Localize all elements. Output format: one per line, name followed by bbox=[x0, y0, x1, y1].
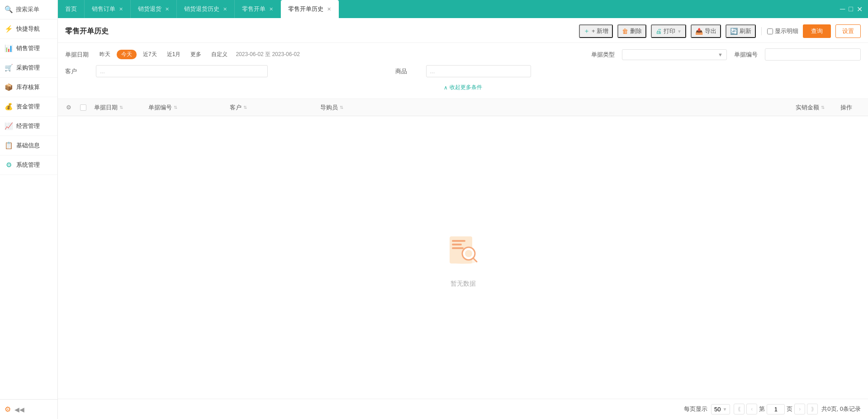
sidebar-item-label: 销售管理 bbox=[16, 44, 40, 52]
collapse-filter-btn[interactable]: ∧ 收起更多条件 bbox=[444, 84, 482, 91]
col-customer-label: 客户 bbox=[230, 104, 242, 112]
filter-doc-type-select[interactable]: ▼ bbox=[622, 49, 727, 60]
sidebar-item-system-mgmt[interactable]: ⚙ 系统管理 bbox=[0, 155, 57, 175]
page-last-btn[interactable]: ⟫ bbox=[807, 404, 818, 414]
filter-customer-input[interactable]: ... bbox=[96, 65, 268, 77]
select-all-checkbox[interactable] bbox=[80, 104, 86, 111]
svg-point-7 bbox=[465, 250, 472, 257]
tab-retail-history-close[interactable]: ✕ bbox=[327, 6, 331, 12]
col-header-guide[interactable]: 导购员 ⇅ bbox=[317, 104, 371, 112]
tab-sales-order[interactable]: 销售订单 ✕ bbox=[85, 0, 131, 18]
tab-sales-return-close[interactable]: ✕ bbox=[165, 6, 169, 12]
sidebar-item-sales-mgmt[interactable]: 📊 销售管理 bbox=[0, 39, 57, 58]
date-btn-yesterday[interactable]: 昨天 bbox=[96, 50, 114, 59]
date-btn-7days[interactable]: 近7天 bbox=[139, 50, 161, 59]
tab-sales-return-history-close[interactable]: ✕ bbox=[223, 6, 227, 12]
tab-bar-right: ─ □ ✕ bbox=[840, 5, 868, 14]
export-button[interactable]: 📤 导出 bbox=[691, 24, 721, 38]
tab-sales-order-close[interactable]: ✕ bbox=[119, 6, 123, 12]
tab-retail-open[interactable]: 零售开单 ✕ bbox=[235, 0, 281, 18]
col-header-amount[interactable]: 实销金额 ⇅ bbox=[783, 104, 828, 112]
filter-goods-input[interactable]: ... bbox=[426, 65, 531, 77]
sidebar-item-basic-info[interactable]: 📋 基础信息 bbox=[0, 136, 57, 155]
settings-icon[interactable]: ⚙ bbox=[5, 405, 11, 414]
svg-rect-2 bbox=[452, 240, 465, 242]
sidebar-search[interactable]: 🔍 搜索采单 bbox=[0, 0, 57, 19]
sidebar-item-finance[interactable]: 💰 资金管理 bbox=[0, 97, 57, 117]
pagination: 每页显示 50 ▼ ⟪ ‹ 第 1 页 › ⟫ 共0页, 0条记录 bbox=[58, 399, 868, 419]
print-label: 打印 bbox=[664, 27, 675, 35]
tab-sales-return-label: 销货退货 bbox=[138, 5, 161, 13]
query-button[interactable]: 查询 bbox=[803, 24, 831, 38]
tab-home-label: 首页 bbox=[65, 5, 77, 13]
date-btn-more[interactable]: 更多 bbox=[187, 50, 205, 59]
page-first-btn[interactable]: ⟪ bbox=[734, 404, 745, 414]
add-label: + 新增 bbox=[592, 27, 608, 35]
sort-amount-icon: ⇅ bbox=[821, 105, 825, 110]
col-action-label: 操作 bbox=[840, 104, 852, 112]
filter-doc-no-label: 单据编号 bbox=[734, 51, 761, 59]
date-btn-custom[interactable]: 自定义 bbox=[208, 50, 231, 59]
sidebar-item-inventory[interactable]: 📦 库存核算 bbox=[0, 78, 57, 97]
table-select-all[interactable] bbox=[76, 104, 90, 111]
quick-nav-icon: ⚡ bbox=[5, 25, 13, 33]
sort-customer-icon: ⇅ bbox=[243, 105, 247, 110]
col-header-no[interactable]: 单据编号 ⇅ bbox=[145, 104, 226, 112]
table-area: ⚙ 单据日期 ⇅ 单据编号 ⇅ 客户 ⇅ 导购员 ⇅ bbox=[58, 99, 868, 399]
tab-retail-open-label: 零售开单 bbox=[242, 5, 266, 13]
page-next-btn[interactable]: › bbox=[794, 404, 805, 414]
svg-rect-3 bbox=[452, 244, 462, 245]
display-detail-checkbox[interactable] bbox=[767, 28, 773, 34]
print-button[interactable]: 🖨 打印 ▼ bbox=[651, 24, 686, 38]
window-maximize-btn[interactable]: □ bbox=[849, 5, 853, 13]
empty-state: 暂无数据 bbox=[58, 116, 868, 399]
sidebar-item-label: 快捷导航 bbox=[16, 25, 40, 33]
col-date-label: 单据日期 bbox=[94, 104, 118, 112]
collapse-sidebar-icon[interactable]: ◀◀ bbox=[14, 406, 24, 413]
print-chevron: ▼ bbox=[677, 29, 682, 34]
display-detail-checkbox-wrap[interactable]: 显示明细 bbox=[767, 27, 798, 35]
sidebar-item-purchase-mgmt[interactable]: 🛒 采购管理 bbox=[0, 58, 57, 78]
refresh-button[interactable]: 🔄 刷新 bbox=[726, 24, 756, 38]
finance-icon: 💰 bbox=[5, 103, 13, 111]
empty-text: 暂无数据 bbox=[451, 280, 476, 288]
refresh-label: 刷新 bbox=[740, 27, 751, 35]
sidebar-item-operations[interactable]: 📈 经营管理 bbox=[0, 117, 57, 136]
sidebar-item-quick-nav[interactable]: ⚡ 快捷导航 bbox=[0, 19, 57, 39]
toolbar: ＋ + 新增 🗑 删除 🖨 打印 ▼ 📤 导出 🔄 bbox=[579, 24, 861, 38]
sales-mgmt-icon: 📊 bbox=[5, 44, 13, 52]
per-page-select[interactable]: 50 ▼ bbox=[711, 404, 730, 414]
page-word: 第 bbox=[759, 405, 765, 413]
pagination-nav: ⟪ ‹ 第 1 页 › ⟫ bbox=[734, 404, 818, 414]
filter-doc-no-input[interactable] bbox=[765, 48, 861, 61]
tab-home[interactable]: 首页 bbox=[58, 0, 85, 18]
sort-date-icon: ⇅ bbox=[119, 105, 123, 110]
date-btn-today[interactable]: 今天 bbox=[117, 50, 137, 59]
col-header-date[interactable]: 单据日期 ⇅ bbox=[90, 104, 145, 112]
tab-retail-history[interactable]: 零售开单历史 ✕ bbox=[281, 0, 339, 18]
sidebar: 🔍 搜索采单 ⚡ 快捷导航 📊 销售管理 🛒 采购管理 📦 库存核算 💰 资金管… bbox=[0, 0, 58, 419]
delete-button[interactable]: 🗑 删除 bbox=[617, 24, 646, 38]
add-button[interactable]: ＋ + 新增 bbox=[579, 24, 613, 38]
page-prev-btn[interactable]: ‹ bbox=[746, 404, 757, 414]
tab-sales-return[interactable]: 销货退货 ✕ bbox=[131, 0, 177, 18]
basic-info-icon: 📋 bbox=[5, 141, 13, 150]
col-guide-label: 导购员 bbox=[320, 104, 338, 112]
collapse-filter-label: 收起更多条件 bbox=[450, 84, 482, 91]
col-amount-label: 实销金额 bbox=[796, 104, 819, 112]
add-icon: ＋ bbox=[583, 27, 590, 35]
collapse-row: ∧ 收起更多条件 bbox=[65, 82, 861, 93]
page-number-input[interactable]: 1 bbox=[767, 404, 785, 414]
inventory-icon: 📦 bbox=[5, 83, 13, 91]
filter-customer-item: 客户 ... bbox=[65, 65, 388, 77]
tab-retail-open-close[interactable]: ✕ bbox=[269, 6, 273, 12]
col-header-customer[interactable]: 客户 ⇅ bbox=[226, 104, 317, 112]
window-minimize-btn[interactable]: ─ bbox=[840, 5, 845, 13]
tab-sales-return-history[interactable]: 销货退货历史 ✕ bbox=[177, 0, 235, 18]
settings-button[interactable]: 设置 bbox=[835, 24, 861, 38]
date-btn-1month[interactable]: 近1月 bbox=[163, 50, 185, 59]
table-settings-icon[interactable]: ⚙ bbox=[62, 104, 76, 111]
filter-row-2: 客户 ... 商品 ... bbox=[65, 65, 861, 77]
window-close-btn[interactable]: ✕ bbox=[857, 5, 863, 14]
page-header: 零售开单历史 ＋ + 新增 🗑 删除 🖨 打印 ▼ 📤 导出 bbox=[58, 18, 868, 43]
